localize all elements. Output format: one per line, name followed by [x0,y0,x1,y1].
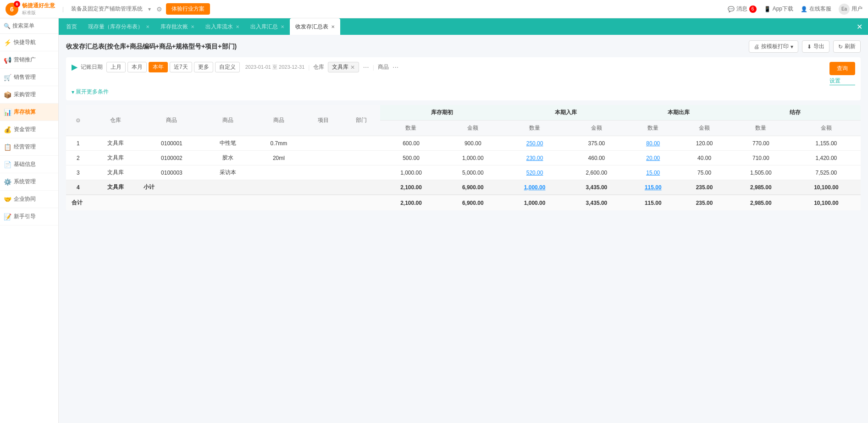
warehouse-tag[interactable]: 文具库 ✕ [328,62,359,72]
app-subtitle: 标准版 [22,10,55,16]
row-no: 2 [66,151,90,165]
user-area[interactable]: Ea 用户 [839,4,862,15]
sidebar-item-label: 资金管理 [14,126,36,133]
expand-conditions-btn[interactable]: ▾ 展开更多条件 [72,88,855,96]
warehouse-more-icon[interactable]: ··· [363,63,369,71]
avatar: Ea [839,4,850,15]
warehouse-label: 仓库 [313,63,324,71]
subtotal-no: 4 [66,180,90,195]
sidebar: 🔍 搜索菜单 ⚡ 快捷导航 📢 营销推广 🛒 销售管理 📦 采购管理 📊 库存核… [0,18,59,423]
sidebar-item-marketing[interactable]: 📢 营销推广 [0,51,58,69]
row-project [304,136,343,151]
row-out-amt: 120.00 [679,136,730,151]
guide-icon: 📝 [4,213,11,220]
tab-close-icon[interactable]: ✕ [331,24,335,29]
row-opening-qty: 1,000.00 [380,165,442,180]
warehouse-tag-close-icon[interactable]: ✕ [350,64,355,71]
sidebar-item-finance[interactable]: 💰 资金管理 [0,121,58,138]
trial-button[interactable]: 体验行业方案 [166,3,210,15]
row-out-qty[interactable]: 80.00 [627,136,679,151]
col-goods-spec-header: 商品 [253,105,304,136]
side-buttons: 查询 设置 [829,62,855,85]
col-settings: ⚙ [66,105,90,136]
refresh-button[interactable]: ↻ 刷新 [833,40,861,53]
system-name: 装备及固定资产辅助管理系统 [71,5,143,13]
date-btn-more[interactable]: 更多 [194,62,213,72]
subtotal-balance-amt: 10,100.00 [792,180,861,195]
tab-close-icon[interactable]: ✕ [146,24,149,29]
tab-in-out-summary[interactable]: 出入库汇总 ✕ [245,18,290,35]
col-department-header: 部门 [342,105,380,136]
tab-flow[interactable]: 出入库流水 ✕ [200,18,245,35]
sidebar-item-operations[interactable]: 📋 经营管理 [0,138,58,156]
settings-icon[interactable]: ⚙ [156,5,162,13]
sidebar-item-cooperation[interactable]: 🤝 企业协同 [0,191,58,208]
col-opening-amt-header: 金额 [442,121,504,136]
tab-close-icon[interactable]: ✕ [191,24,194,29]
online-service-link[interactable]: 👤 在线客服 [801,5,831,13]
date-btn-this-month[interactable]: 本月 [127,62,147,72]
message-label: 消息 [736,5,747,13]
sidebar-item-label: 快捷导航 [14,38,36,46]
col-opening-qty-header: 数量 [380,121,442,136]
tab-close-icon[interactable]: ✕ [281,24,284,29]
app-download-label: App下载 [773,5,793,13]
quick-nav-icon: ⚡ [4,39,11,46]
filter-date-label: 记账日期 [81,63,103,71]
tab-collect-summary[interactable]: 收发存汇总表 ✕ [290,18,340,35]
row-out-qty[interactable]: 20.00 [627,151,679,165]
sidebar-item-quick-nav[interactable]: ⚡ 快捷导航 [0,34,58,51]
top-bar-right: 💬 消息 6 📱 App下载 👤 在线客服 Ea 用户 [728,4,862,15]
date-buttons: 上月 本月 本年 近7天 更多 自定义 [106,62,240,72]
tab-label: 出入库汇总 [250,23,278,31]
sidebar-item-guide[interactable]: 📝 新手引导 [0,208,58,225]
tab-close-icon[interactable]: ✕ [236,24,239,29]
tab-stock-distribution[interactable]: 现存量（库存分布表） ✕ [83,18,155,35]
sidebar-item-purchase[interactable]: 📦 采购管理 [0,86,58,104]
date-btn-7days[interactable]: 近7天 [170,62,192,72]
table-settings-icon[interactable]: ⚙ [76,117,81,124]
marketing-icon: 📢 [4,56,11,64]
sidebar-item-label: 企业协同 [14,195,36,203]
filter-toggle-icon[interactable]: ▶ [72,63,77,71]
date-btn-last-month[interactable]: 上月 [106,62,126,72]
tab-bar-close-icon[interactable]: ✕ [853,22,866,31]
app-download-link[interactable]: 📱 App下载 [764,5,793,13]
filter-area: ▶ 记账日期 上月 本月 本年 近7天 更多 自定义 2023-01-01 至 … [66,57,861,100]
table-row: 1 文具库 0100001 中性笔 0.7mm 600.00 900.00 25… [66,136,861,151]
subtotal-in-qty[interactable]: 1,000.00 [504,180,566,195]
settings-link[interactable]: 设置 [829,77,855,85]
header-actions: 🖨 按模板打印 ▾ ⬇ 导出 ↻ 刷新 [749,40,861,53]
sidebar-item-system[interactable]: ⚙️ 系统管理 [0,173,58,191]
sidebar-item-inventory[interactable]: 📊 库存核算 [0,104,58,121]
date-btn-this-year[interactable]: 本年 [149,62,168,72]
refresh-label: 刷新 [845,43,856,50]
table-row: 3 文具库 0100003 采访本 1,000.00 5,000.00 520.… [66,165,861,180]
row-in-amt: 460.00 [566,151,628,165]
row-opening-amt: 5,000.00 [442,165,504,180]
row-out-qty[interactable]: 15.00 [627,165,679,180]
row-balance-qty: 710.00 [730,151,792,165]
message-link[interactable]: 💬 消息 6 [728,5,757,13]
print-button[interactable]: 🖨 按模板打印 ▾ [749,40,798,53]
query-button[interactable]: 查询 [829,62,855,75]
filter-separator2: | [373,64,374,71]
sidebar-item-basic-info[interactable]: 📄 基础信息 [0,156,58,173]
tab-home[interactable]: 首页 [61,18,83,35]
sidebar-search[interactable]: 🔍 搜索菜单 [0,18,58,34]
sidebar-item-sales[interactable]: 🛒 销售管理 [0,69,58,86]
subtotal-out-qty[interactable]: 115.00 [627,180,679,195]
table-footer: 合计 2,100.00 6,900.00 1,000.00 3,435.00 1… [66,195,861,210]
goods-more-icon[interactable]: ··· [393,63,398,71]
col-opening-group-header: 库存期初 [380,105,504,121]
total-opening-amt: 6,900.00 [442,195,504,210]
row-in-qty[interactable]: 520.00 [504,165,566,180]
row-department [342,151,380,165]
export-button[interactable]: ⬇ 导出 [802,40,829,53]
tab-batch-account[interactable]: 库存批次账 ✕ [155,18,200,35]
row-in-qty[interactable]: 250.00 [504,136,566,151]
row-in-qty[interactable]: 230.00 [504,151,566,165]
goods-label: 商品 [378,63,389,71]
date-btn-custom[interactable]: 自定义 [215,62,240,72]
row-department [342,165,380,180]
